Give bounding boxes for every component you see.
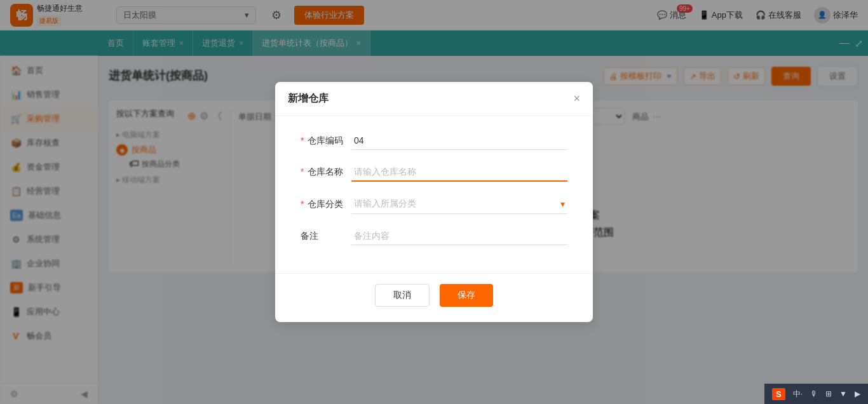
category-dropdown-icon: ▾ [560, 199, 565, 209]
warehouse-code-label: * 仓库编码 [301, 135, 351, 147]
save-button[interactable]: 保存 [440, 284, 493, 307]
warehouse-name-field: * 仓库名称 [301, 163, 567, 182]
modal-close-icon[interactable]: × [573, 92, 580, 105]
modal-footer: 取消 保存 [275, 273, 593, 322]
category-placeholder: 请输入所属分类 [354, 198, 416, 210]
warehouse-remark-field: 备注 [301, 227, 567, 245]
new-warehouse-modal: 新增仓库 × * 仓库编码 * 仓库名称 [275, 82, 593, 322]
warehouse-remark-input[interactable] [351, 227, 567, 245]
bottom-lang[interactable]: 中· [793, 389, 803, 400]
bottom-mic-icon[interactable]: 🎙 [810, 389, 818, 398]
warehouse-category-label: * 仓库分类 [301, 199, 351, 210]
modal-body: * 仓库编码 * 仓库名称 * 仓库分类 [275, 116, 593, 273]
modal-header: 新增仓库 × [275, 82, 593, 116]
required-mark-category: * [301, 199, 304, 209]
warehouse-name-label: * 仓库名称 [301, 166, 351, 178]
cancel-button[interactable]: 取消 [375, 284, 430, 307]
warehouse-code-input[interactable] [351, 131, 567, 150]
warehouse-code-field: * 仓库编码 [301, 131, 567, 150]
bottom-play-icon[interactable]: ▶ [855, 389, 860, 398]
warehouse-category-field: * 仓库分类 请输入所属分类 ▾ [301, 194, 567, 214]
bottom-bar: S 中· 🎙 ⊞ ▼ ▶ [764, 384, 868, 404]
bottom-grid-icon[interactable]: ⊞ [825, 389, 832, 398]
bottom-down-icon[interactable]: ▼ [839, 389, 847, 398]
modal-overlay: 新增仓库 × * 仓库编码 * 仓库名称 [0, 0, 868, 404]
required-mark-code: * [301, 135, 304, 145]
required-mark-name: * [301, 166, 304, 177]
modal-title: 新增仓库 [288, 92, 329, 105]
warehouse-name-input[interactable] [351, 163, 567, 182]
s-logo: S [772, 388, 785, 400]
warehouse-category-select[interactable]: 请输入所属分类 ▾ [351, 194, 567, 214]
warehouse-remark-label: 备注 [301, 231, 351, 242]
